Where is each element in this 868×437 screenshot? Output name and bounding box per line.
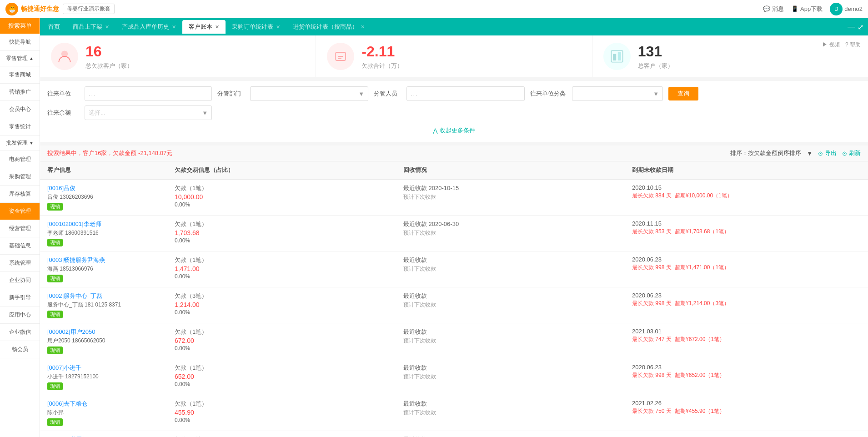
overdue-amount-1[interactable]: 超期¥1,703.68（1笔） (675, 228, 729, 235)
sidebar-item-enterprise[interactable]: 企业协同 (0, 272, 40, 289)
close-production-history-tab-icon[interactable]: ✕ (172, 24, 176, 30)
sidebar-item-retail-stats[interactable]: 零售统计 (0, 118, 40, 136)
next-payment-6: 预计下次收款 (403, 409, 632, 417)
tab-production-history[interactable]: 产成品入库单历史 ✕ (115, 20, 182, 34)
refresh-button[interactable]: ⊙ 刷新 (842, 149, 861, 157)
tabs-expand-icon[interactable]: ⤢ (858, 23, 863, 31)
table-row: [000001]黄思源 黄思源 13552700226 现销 欠款（1笔） 42… (40, 431, 868, 437)
sidebar-item-member[interactable]: 会员中心 (0, 101, 40, 118)
purchase-label: 采购管理 (9, 173, 31, 181)
overdue-amount-2[interactable]: 超期¥1,471.00（1笔） (675, 264, 729, 271)
overdue-days-0: 最长欠款 884 天 (632, 192, 672, 199)
collapse-label: 收起更多条件 (440, 126, 475, 135)
tab-purchase-stats[interactable]: 采购订单统计表 ✕ (226, 20, 286, 34)
tab-customer-account[interactable]: 客户账本 ✕ (182, 20, 226, 34)
user-name: demo2 (844, 5, 863, 12)
sidebar-item-marketing[interactable]: 营销推广 (0, 84, 40, 101)
tab-import-stats[interactable]: 进货单统计表（按商品） ✕ (286, 20, 371, 34)
sidebar-item-ecommerce[interactable]: 电商管理 (0, 151, 40, 168)
overdue-amount-5[interactable]: 超期¥652.00（1笔） (675, 372, 725, 378)
close-customer-account-tab-icon[interactable]: ✕ (215, 24, 219, 30)
customer-name-3[interactable]: [0002]服务中心_丁磊 (47, 292, 175, 300)
customer-phone-2: 海燕 18513066976 (47, 265, 175, 273)
balance-select[interactable]: 选择... ▼ (85, 105, 212, 120)
app-download-button[interactable]: 📱 App下载 (791, 5, 823, 13)
tabs-collapse-icon[interactable]: — (848, 23, 855, 31)
debt-info-cell: 欠款（1笔） 1,471.00 0.00% (175, 256, 403, 280)
app-download-label: App下载 (800, 5, 823, 13)
home-tab-label: 首页 (48, 23, 60, 31)
customer-name-0[interactable]: [0016]吕俊 (47, 184, 175, 192)
close-import-stats-tab-icon[interactable]: ✕ (361, 24, 365, 30)
query-button[interactable]: 查询 (668, 87, 698, 100)
debt-amount-icon (327, 43, 354, 70)
svg-rect-4 (617, 52, 621, 60)
payment-cell: 最近收款 2020-06-30 预计下次收款 (403, 220, 632, 237)
refresh-icon: ⊙ (842, 150, 847, 157)
sidebar-item-batch-mgmt[interactable]: 批发管理 ▼ (0, 136, 40, 151)
customer-name-4[interactable]: [000002]用户2050 (47, 328, 175, 336)
latest-payment-0: 最近收款 2020-10-15 (403, 184, 632, 192)
sidebar-item-purchase[interactable]: 采购管理 (0, 168, 40, 186)
customer-name-1[interactable]: [0001020001]李老师 (47, 220, 175, 228)
user-menu[interactable]: D demo2 (830, 3, 863, 15)
sidebar-item-basic[interactable]: 基础信息 (0, 237, 40, 255)
company-selector[interactable]: 母婴行业演示账套 (63, 4, 115, 14)
sidebar-item-nav[interactable]: 快捷导航 (0, 34, 40, 51)
debt-percent-6: 0.00% (175, 417, 403, 423)
customer-info-cell: [0007]小进千 小进千 18279152100 现销 (47, 364, 175, 390)
sidebar-item-guide[interactable]: 新手引导 (0, 289, 40, 306)
debt-percent-1: 0.00% (175, 237, 403, 244)
collapse-button[interactable]: ⋀ 收起更多条件 (433, 126, 475, 135)
export-button[interactable]: ⊙ 导出 (818, 149, 837, 157)
member-label: 会员中心 (9, 105, 31, 113)
production-history-tab-label: 产成品入库单历史 (122, 23, 169, 31)
chevron-down-icon-2: ▼ (29, 141, 34, 146)
customer-phone-6: 陈小邦 (47, 409, 175, 417)
dept-select[interactable]: ▼ (250, 86, 368, 101)
sidebar-search[interactable]: 搜索菜单 (0, 18, 40, 34)
close-products-tab-icon[interactable]: ✕ (105, 24, 109, 30)
sidebar-item-apps[interactable]: 应用中心 (0, 306, 40, 324)
overdue-amount-3[interactable]: 超期¥1,214.00（3笔） (675, 300, 729, 306)
close-purchase-stats-tab-icon[interactable]: ✕ (276, 24, 280, 30)
customer-phone-1: 李老师 18600391516 (47, 229, 175, 237)
debt-info-cell: 欠款（1笔） 1,703.68 0.00% (175, 220, 403, 244)
table-row: [0016]吕俊 吕俊 13026203696 现销 欠款（1笔） 10,000… (40, 180, 868, 216)
main-layout: 搜索菜单 快捷导航 零售管理 ▲ 零售商城 营销推广 会员中心 零售统计 批发管… (0, 18, 868, 437)
tab-products[interactable]: 商品上下架 ✕ (66, 20, 115, 34)
sidebar-item-system[interactable]: 系统管理 (0, 255, 40, 272)
overdue-amount-6[interactable]: 超期¥455.90（1笔） (675, 408, 725, 414)
logo-area: 🐣 畅捷通好生意 (5, 3, 59, 15)
sidebar-item-wecom[interactable]: 企业微信 (0, 324, 40, 341)
refresh-label: 刷新 (849, 149, 861, 157)
overdue-amount-0[interactable]: 超期¥10,000.00（1笔） (675, 192, 733, 199)
total-customers-icon (603, 43, 631, 70)
message-button[interactable]: 💬 消息 (763, 5, 784, 13)
help-button[interactable]: ? 帮助 (845, 41, 861, 49)
customer-name-6[interactable]: [0006]去下粮仓 (47, 400, 175, 408)
tab-home[interactable]: 首页 (42, 20, 66, 34)
customer-name-2[interactable]: [0003]畅捷服务尹海燕 (47, 256, 175, 264)
stat-card-debt-customers: 16 总欠款客户（家） (40, 35, 316, 77)
sidebar-item-retail-mgmt[interactable]: 零售管理 ▲ (0, 51, 40, 66)
category-select[interactable]: ▼ (572, 86, 663, 101)
customer-info-cell: [000002]用户2050 用户2050 18665062050 现销 (47, 328, 175, 354)
overdue-amount-4[interactable]: 超期¥672.00（1笔） (675, 336, 725, 342)
latest-payment-5: 最近收款 (403, 364, 632, 372)
sidebar-item-vip[interactable]: 畅会员 (0, 341, 40, 358)
customer-phone-4: 用户2050 18665062050 (47, 337, 175, 345)
table-row: [000002]用户2050 用户2050 18665062050 现销 欠款（… (40, 323, 868, 359)
sidebar-item-inventory[interactable]: 库存核算 (0, 186, 40, 203)
category-arrow-icon: ▼ (653, 90, 659, 97)
manager-input[interactable]: ... (406, 86, 525, 101)
sort-label[interactable]: 排序：按欠款金额倒序排序 (730, 149, 801, 157)
customer-name-5[interactable]: [0007]小进千 (47, 364, 175, 372)
due-date-4: 2021.03.01 (632, 328, 861, 335)
view-video-button[interactable]: ▶ 视频 (822, 41, 840, 49)
filter-area: 往来单位 ... 分管部门 ▼ 分管人员 ... 往来单位 (40, 81, 868, 142)
customer-unit-input[interactable]: ... (85, 86, 212, 101)
sidebar-item-retail-mall[interactable]: 零售商城 (0, 66, 40, 84)
sidebar-item-finance[interactable]: 资金管理 (0, 203, 40, 220)
sidebar-item-business[interactable]: 经营管理 (0, 220, 40, 237)
